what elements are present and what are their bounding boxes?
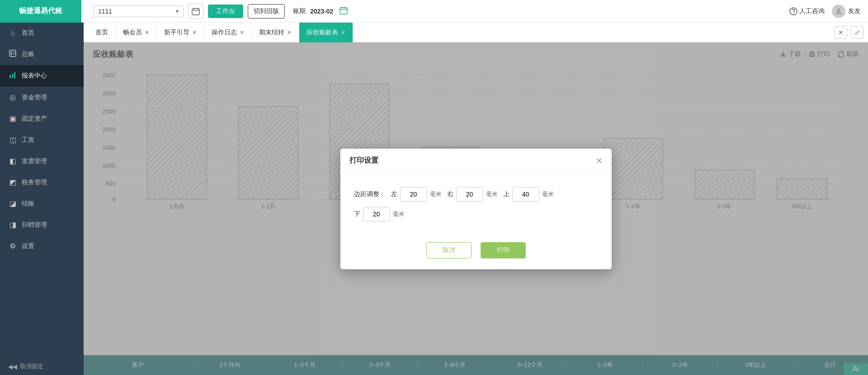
archive-icon: ◨ xyxy=(8,220,17,229)
svg-rect-15 xyxy=(9,75,11,78)
unit-right: 毫米 xyxy=(486,190,498,198)
svg-rect-11 xyxy=(9,50,16,56)
tab-close-oplog[interactable]: ✕ xyxy=(240,29,244,36)
sidebar-item-label: 固定资产 xyxy=(22,115,47,123)
svg-rect-17 xyxy=(14,72,15,78)
sidebar-item-label: 资金管理 xyxy=(22,94,47,102)
period-label: 账期 xyxy=(293,7,306,15)
margin-group-left: 左 毫米 xyxy=(391,187,442,202)
tab-close-member[interactable]: ✕ xyxy=(145,29,149,36)
sidebar-collapse[interactable]: ◀◀ 取消固定 xyxy=(0,357,84,375)
company-selector[interactable]: 1111 ▾ xyxy=(93,5,184,17)
unit-bottom: 毫米 xyxy=(393,210,405,218)
logo-text: 畅捷通易代账 xyxy=(19,6,62,16)
margin-input-bottom[interactable] xyxy=(363,207,390,221)
workbench-button[interactable]: 工作台 xyxy=(208,5,243,18)
top-header: 畅捷通易代账 1111 ▾ 工作台 切到旧版 账期 2023-02 人工咨询 友… xyxy=(0,0,868,23)
tab-close-all-btn[interactable]: ✕ xyxy=(835,26,847,39)
salary-icon: ◫ xyxy=(8,136,17,144)
cancel-button[interactable]: 取消 xyxy=(426,242,472,258)
margin-row: 边距调整： 左 毫米 右 毫米 xyxy=(354,187,598,221)
svg-point-9 xyxy=(793,13,794,14)
direction-bottom: 下 xyxy=(354,210,360,218)
sidebar-item-label: 首页 xyxy=(22,29,34,37)
svg-rect-0 xyxy=(192,9,199,15)
report-icon xyxy=(8,71,17,80)
tab-close-aging[interactable]: ✕ xyxy=(341,29,345,36)
margin-input-top[interactable] xyxy=(512,187,539,202)
sidebar-item-invoice[interactable]: ◧ 发票管理 xyxy=(0,150,84,172)
direction-top: 上 xyxy=(503,190,509,198)
unit-left: 毫米 xyxy=(430,190,442,198)
dialog-close-button[interactable]: ✕ xyxy=(596,156,603,166)
consultant-button[interactable]: 人工咨询 xyxy=(789,7,825,15)
margin-input-right[interactable] xyxy=(456,187,483,202)
period-value: 2023-02 xyxy=(310,8,333,15)
sidebar-item-finance[interactable]: ◎ 资金管理 xyxy=(0,87,84,108)
page-content: 应收账龄表 下载 打印 刷新 xyxy=(84,42,868,375)
margin-group-bottom: 下 毫米 xyxy=(354,207,405,221)
settings-icon: ⚙ xyxy=(8,242,17,250)
tab-label: 畅会员 xyxy=(123,28,142,37)
tabs-right: ✕ ⤢ xyxy=(835,26,863,39)
dialog-header: 打印设置 ✕ xyxy=(340,149,612,173)
tab-member[interactable]: 畅会员 ✕ xyxy=(116,23,157,42)
unit-top: 毫米 xyxy=(542,190,554,198)
consultant-label: 人工咨询 xyxy=(799,7,825,15)
user-area[interactable]: 友友 xyxy=(832,5,861,18)
svg-rect-16 xyxy=(12,74,13,78)
sidebar-item-home[interactable]: ⌂ 首页 xyxy=(0,23,84,43)
sidebar-item-label: 报表中心 xyxy=(22,72,47,80)
sidebar-item-label: 工资 xyxy=(22,136,34,144)
collapse-icon: ◀◀ xyxy=(8,363,17,370)
sidebar-item-label: 结账 xyxy=(22,200,34,208)
header-right: 人工咨询 友友 xyxy=(789,5,861,18)
tax-icon: ◩ xyxy=(8,178,17,187)
tab-close-yearend[interactable]: ✕ xyxy=(287,29,292,36)
checkout-icon: ◪ xyxy=(8,199,17,208)
sidebar-item-ledger[interactable]: 总账 xyxy=(0,43,84,65)
tab-label: 首页 xyxy=(95,28,108,37)
direction-right: 右 xyxy=(447,190,453,198)
margin-input-left[interactable] xyxy=(400,187,427,202)
sidebar-scroll: ⌂ 首页 总账 报表中心 ◎ 资金管理 ▣ 固定资产 xyxy=(0,23,84,357)
tab-yearend[interactable]: 期末结转 ✕ xyxy=(252,23,299,42)
print-settings-dialog: 打印设置 ✕ 边距调整： 左 毫米 右 xyxy=(340,149,612,269)
sidebar-item-label: 总账 xyxy=(22,50,34,58)
svg-rect-4 xyxy=(340,8,347,14)
collapse-label: 取消固定 xyxy=(20,362,43,370)
tab-guide[interactable]: 新手引导 ✕ xyxy=(157,23,204,42)
sidebar-item-archive[interactable]: ◨ 归档管理 xyxy=(0,214,84,235)
sidebar-item-salary[interactable]: ◫ 工资 xyxy=(0,129,84,150)
logo-area: 畅捷通易代账 xyxy=(0,0,81,23)
main-layout: ⌂ 首页 总账 报表中心 ◎ 资金管理 ▣ 固定资产 xyxy=(0,23,868,375)
ledger-icon xyxy=(8,50,17,59)
tab-expand-btn[interactable]: ⤢ xyxy=(851,26,863,39)
username: 友友 xyxy=(848,7,861,15)
content-area: 首页 畅会员 ✕ 新手引导 ✕ 操作日志 ✕ 期末结转 ✕ 应收账龄表 ✕ xyxy=(84,23,868,375)
tab-label: 操作日志 xyxy=(212,28,237,37)
tab-close-guide[interactable]: ✕ xyxy=(192,29,197,36)
tab-label: 应收账龄表 xyxy=(307,28,338,37)
tab-aging[interactable]: 应收账龄表 ✕ xyxy=(299,23,353,42)
dialog-backdrop: 打印设置 ✕ 边距调整： 左 毫米 右 xyxy=(84,42,868,375)
sidebar-item-tax[interactable]: ◩ 税务管理 xyxy=(0,172,84,193)
sidebar-item-report[interactable]: 报表中心 xyxy=(0,65,84,87)
sidebar-item-settings[interactable]: ⚙ 设置 xyxy=(0,235,84,257)
sidebar: ⌂ 首页 总账 报表中心 ◎ 资金管理 ▣ 固定资产 xyxy=(0,23,84,375)
tab-oplog[interactable]: 操作日志 ✕ xyxy=(204,23,252,42)
sidebar-item-assets[interactable]: ▣ 固定资产 xyxy=(0,108,84,129)
tab-home[interactable]: 首页 xyxy=(88,23,116,42)
tab-label: 期末结转 xyxy=(259,28,284,37)
calendar-icon-btn[interactable] xyxy=(188,4,203,19)
print-confirm-button[interactable]: 打印 xyxy=(481,242,526,258)
period-calendar-icon[interactable] xyxy=(340,6,348,16)
sidebar-item-checkout[interactable]: ◪ 结账 xyxy=(0,193,84,214)
sidebar-item-label: 归档管理 xyxy=(22,221,47,229)
avatar xyxy=(832,5,845,18)
margin-group-right: 右 毫米 xyxy=(447,187,498,202)
sidebar-item-label: 设置 xyxy=(22,242,34,250)
switch-old-button[interactable]: 切到旧版 xyxy=(248,4,285,19)
sidebar-item-label: 税务管理 xyxy=(22,178,47,187)
direction-left: 左 xyxy=(391,190,397,198)
